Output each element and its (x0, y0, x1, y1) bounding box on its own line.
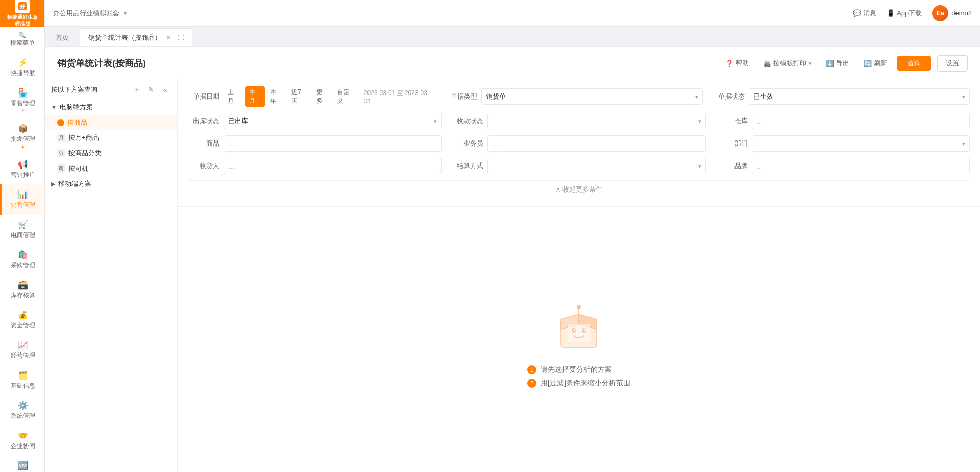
sales-icon: 📊 (18, 190, 28, 199)
sidebar-item-guide[interactable]: 🆕 新手引导 (0, 456, 45, 472)
page-title: 销货单统计表(按商品) (57, 57, 146, 69)
svg-text:好: 好 (19, 4, 26, 9)
sidebar-item-basic[interactable]: 🗂️ 基础信息 (0, 365, 45, 395)
tree-parent-mobile[interactable]: ▶ 移动端方案 (45, 176, 177, 192)
user-profile[interactable]: Ea demo2 (932, 5, 972, 21)
sidebar-item-operation[interactable]: 📈 经营管理 (0, 335, 45, 365)
filter-row-2: 出库状态 已出库 ▾ 收款状态 ▾ 仓库 … (188, 113, 970, 129)
app-logo: 好 畅捷通好生意 标准版 (0, 0, 45, 27)
add-icon: ＋ (133, 85, 140, 95)
date-tab-this-month[interactable]: 本月 (245, 86, 265, 107)
filter-section: 单据日期 上月 本月 本年 近7天 更多 自定义 2023-03-01 至 20… (178, 78, 980, 207)
tree-item-by-driver[interactable]: 司 按司机 (45, 161, 177, 176)
storage-field[interactable]: … (752, 113, 970, 129)
message-action[interactable]: 💬 消息 (853, 9, 876, 18)
basic-label: 基础信息 (11, 382, 35, 390)
svg-point-6 (574, 329, 575, 331)
tree-parent-desktop[interactable]: ▼ 电脑端方案 (45, 100, 177, 115)
print-label: 按模板打印 (773, 59, 806, 68)
sidebar-item-purchase[interactable]: 🛍️ 采购管理 (0, 245, 45, 275)
header-right: 💬 消息 📱 App下载 Ea demo2 (853, 5, 972, 21)
date-tab-7days[interactable]: 近7天 (287, 86, 311, 107)
tree-item-by-goods[interactable]: 按商品 (45, 115, 177, 130)
sidebar-item-ecommerce[interactable]: 🛒 电商管理 (0, 215, 45, 245)
doc-status-dropdown-icon: ▾ (962, 93, 965, 100)
operation-label: 经营管理 (11, 351, 35, 360)
tree-item-by-month-goods[interactable]: 月 按月+商品 (45, 130, 177, 146)
tab-bar: 首页 销货单统计表（按商品） ✕ ⛶ (45, 27, 980, 47)
breadcrumb-dropdown-icon[interactable]: ▾ (124, 10, 127, 17)
receiver-dots: … (228, 162, 235, 170)
tree-expand-icon2: ▶ (51, 181, 55, 187)
storage-dots: … (756, 117, 763, 125)
tab-close-button[interactable]: ✕ (164, 34, 173, 42)
warehouse-field[interactable]: 已出库 ▾ (224, 113, 442, 129)
date-label: 单据日期 (188, 92, 224, 101)
wholesale-icon: 📦 (18, 124, 28, 133)
salesman-field[interactable]: … (487, 135, 705, 152)
dept-field[interactable]: ▾ (752, 135, 970, 152)
retail-icon: 🏪 (18, 88, 28, 98)
query-button[interactable]: 查询 (897, 56, 931, 71)
sidebar-item-marketing[interactable]: 📢 营销推广 (0, 154, 45, 184)
collapse-panel-button[interactable]: « (160, 84, 171, 96)
active-dot-icon (57, 119, 64, 126)
sidebar-item-system[interactable]: ⚙️ 系统管理 (0, 395, 45, 426)
tab-home[interactable]: 首页 (47, 28, 78, 46)
sidebar-item-enterprise[interactable]: 🤝 企业协同 (0, 426, 45, 456)
empty-tip-2: 2 用[过滤]条件来缩小分析范围 (527, 379, 630, 388)
receiver-label: 收货人 (188, 161, 224, 171)
settlement-field[interactable]: ▾ (487, 158, 705, 174)
settings-button[interactable]: 设置 (937, 55, 968, 72)
date-tab-more[interactable]: 更多 (312, 86, 333, 107)
sidebar-item-retail[interactable]: 🏪 零售管理 ▼ (0, 83, 45, 119)
search-menu-item[interactable]: 🔍 搜索菜单 (0, 27, 45, 53)
date-tab-this-year[interactable]: 本年 (266, 86, 286, 107)
marketing-icon: 📢 (18, 159, 28, 169)
collapse-button[interactable]: ∧ 收起更多条件 (188, 180, 970, 198)
app-download-action[interactable]: 📱 App下载 (887, 9, 922, 18)
edit-scheme-button[interactable]: ✎ (145, 84, 157, 96)
system-label: 系统管理 (11, 412, 35, 420)
wholesale-label: 批发管理 (11, 135, 35, 144)
tab-maximize-icon[interactable]: ⛶ (178, 34, 184, 41)
tree-item-by-category[interactable]: 分 按商品分类 (45, 146, 177, 161)
panel-header: 按以下方案查询 ＋ ✎ « (45, 84, 177, 100)
tab-sales-report[interactable]: 销货单统计表（按商品） ✕ ⛶ (80, 28, 192, 46)
sidebar-item-sales[interactable]: 📊 销售管理 (0, 184, 45, 215)
sidebar-item-inventory[interactable]: 🗃️ 库存核算 (0, 275, 45, 305)
app-download-icon: 📱 (887, 9, 895, 17)
doc-type-field[interactable]: 销货单 ▾ (481, 88, 702, 105)
empty-tip-1: 1 请先选择要分析的方案 (527, 365, 630, 374)
add-scheme-button[interactable]: ＋ (131, 84, 142, 96)
collapse-label: ∧ 收起更多条件 (555, 185, 603, 193)
goods-dots: … (228, 140, 235, 148)
payment-field[interactable]: ▾ (487, 113, 705, 129)
receiver-field[interactable]: … (224, 158, 442, 174)
tip-2-text: 用[过滤]条件来缩小分析范围 (541, 379, 630, 388)
sidebar-item-shortcut[interactable]: ⚡ 快捷导航 (0, 53, 45, 83)
sidebar: 好 畅捷通好生意 标准版 🔍 搜索菜单 ⚡ 快捷导航 🏪 零售管理 ▼ 📦 批发… (0, 0, 45, 472)
brand-field[interactable]: … (752, 158, 970, 174)
sidebar-item-wholesale[interactable]: 📦 批发管理 ▲ (0, 119, 45, 154)
sidebar-item-finance[interactable]: 💰 资金管理 (0, 305, 45, 335)
goods-field[interactable]: … (224, 135, 442, 152)
tree-item-label4: 按司机 (68, 164, 88, 173)
filter-row-1: 单据日期 上月 本月 本年 近7天 更多 自定义 2023-03-01 至 20… (188, 86, 970, 107)
expand-icon2: ▲ (20, 144, 26, 149)
tree-expand-icon: ▼ (51, 104, 57, 110)
print-button[interactable]: 🖨️ 按模板打印 ▾ (759, 57, 816, 70)
salesman-dots: … (492, 140, 499, 148)
warehouse-label: 出库状态 (188, 116, 224, 126)
doc-status-field[interactable]: 已生效 ▾ (749, 88, 970, 105)
retail-label: 零售管理 (11, 99, 35, 108)
doc-status-value: 已生效 (753, 92, 773, 101)
purchase-label: 采购管理 (11, 261, 35, 270)
date-tab-last-month[interactable]: 上月 (224, 86, 244, 107)
export-button[interactable]: ⬇️ 导出 (822, 57, 853, 70)
page-actions: ❓ 帮助 🖨️ 按模板打印 ▾ ⬇️ 导出 🔄 刷新 查询 设置 (721, 55, 968, 72)
help-button[interactable]: ❓ 帮助 (721, 57, 753, 70)
refresh-button[interactable]: 🔄 刷新 (860, 57, 891, 70)
date-tab-custom[interactable]: 自定义 (333, 86, 360, 107)
top-header: 办公用品行业模拟账套 ▾ 💬 消息 📱 App下载 Ea demo2 (45, 0, 980, 27)
